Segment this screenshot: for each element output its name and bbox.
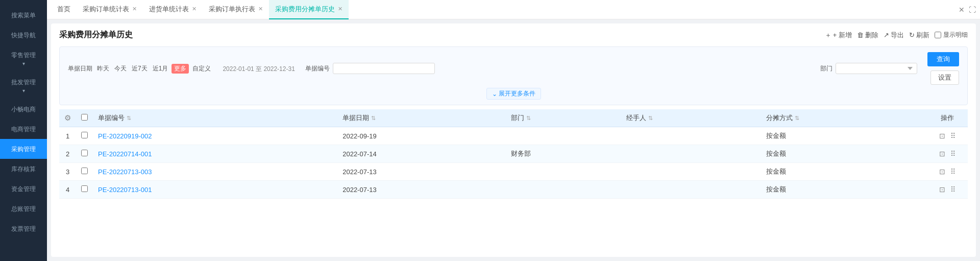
sidebar-item-purchase[interactable]: 采购管理 [0, 139, 47, 159]
row-split-method: 按金额 [761, 181, 927, 199]
row-date: 2022-09-19 [337, 127, 506, 145]
row-checkbox-cell [76, 127, 93, 145]
sidebar-item-general-ledger[interactable]: 总账管理 [0, 199, 47, 219]
shortcut-more[interactable]: 更多 [172, 64, 189, 74]
row-date: 2022-07-13 [337, 163, 506, 181]
page-title: 采购费用分摊单历史 [59, 30, 133, 40]
table-body: 1 PE-20220919-002 2022-09-19 按金额 ⊡ ⠿ 2 [59, 127, 968, 199]
sidebar-item-search[interactable]: 搜索菜单 [0, 5, 47, 25]
order-no-link[interactable]: PE-20220919-002 [98, 132, 152, 140]
sort-split-icon[interactable]: ⇅ [795, 115, 799, 122]
col-settings-header: ⚙ [59, 109, 76, 127]
col-date-header: 单据日期 ⇅ [337, 109, 506, 127]
more-icon[interactable]: ⠿ [949, 184, 957, 195]
col-ops-header: 操作 [927, 109, 968, 127]
tab-bar-expand-icon[interactable]: ⛶ [969, 6, 976, 14]
row-num: 4 [59, 181, 76, 199]
export-button[interactable]: ↗ 导出 [884, 31, 904, 40]
refresh-icon: ↻ [909, 31, 915, 39]
row-order-no: PE-20220713-003 [93, 163, 337, 181]
order-no-link[interactable]: PE-20220713-001 [98, 186, 152, 194]
order-no-input[interactable] [333, 63, 435, 74]
order-no-link[interactable]: PE-20220714-001 [98, 150, 152, 158]
tab-home[interactable]: 首页 [51, 0, 77, 19]
select-all-checkbox[interactable] [81, 114, 88, 121]
tab-purchase-cost-history[interactable]: 采购费用分摊单历史 ✕ [269, 0, 349, 19]
filter-row: 单据日期 昨天 今天 近7天 近1月 更多 自定义 2022-01-01 至 2… [68, 52, 959, 85]
shortcut-yesterday[interactable]: 昨天 [95, 64, 111, 74]
sidebar-item-quick-nav[interactable]: 快捷导航 [0, 25, 47, 45]
table-row: 3 PE-20220713-003 2022-07-13 按金额 ⊡ ⠿ [59, 163, 968, 181]
view-icon[interactable]: ⊡ [938, 167, 946, 177]
shortcut-today[interactable]: 今天 [113, 64, 128, 74]
row-ops: ⊡ ⠿ [927, 163, 968, 181]
row-checkbox[interactable] [81, 132, 88, 138]
sidebar-item-wholesale[interactable]: 批发管理 ▾ [0, 72, 47, 99]
col-handler-header: 经手人 ⇅ [621, 109, 762, 127]
dept-select[interactable]: 财务部 [836, 63, 917, 74]
row-dept [506, 181, 621, 199]
row-split-method: 按金额 [761, 127, 927, 145]
tab-bar-close-icon[interactable]: ✕ [959, 6, 965, 14]
tab-purchase-goods-stat[interactable]: 进货单统计表 ✕ [143, 0, 203, 19]
filter-area: 单据日期 昨天 今天 近7天 近1月 更多 自定义 2022-01-01 至 2… [59, 46, 968, 105]
row-checkbox-cell [76, 181, 93, 199]
sidebar-item-invoice[interactable]: 发票管理 [0, 219, 47, 239]
toolbar: ＋ + 新增 🗑 删除 ↗ 导出 ↻ 刷新 显示明细 [825, 31, 968, 40]
show-detail-checkbox[interactable] [935, 32, 941, 38]
order-no-link[interactable]: PE-20220713-003 [98, 168, 152, 176]
sidebar-item-mini-shop[interactable]: 小畅电商 [0, 99, 47, 119]
row-num: 2 [59, 145, 76, 163]
table-settings-icon[interactable]: ⚙ [64, 113, 71, 122]
shortcut-7days[interactable]: 近7天 [130, 64, 149, 74]
more-icon[interactable]: ⠿ [949, 149, 957, 159]
page-container: 采购费用分摊单历史 ＋ + 新增 🗑 删除 ↗ 导出 ↻ 刷新 [51, 23, 976, 257]
tab-close-purchase-order-exec[interactable]: ✕ [258, 6, 263, 12]
row-dept [506, 127, 621, 145]
add-button[interactable]: ＋ + 新增 [825, 31, 852, 40]
query-button[interactable]: 查询 [927, 52, 959, 66]
query-settings-group: 查询 设置 [927, 52, 959, 85]
table-row: 2 PE-20220714-001 2022-07-14 财务部 按金额 ⊡ ⠿ [59, 145, 968, 163]
row-order-no: PE-20220713-001 [93, 181, 337, 199]
row-checkbox[interactable] [81, 185, 88, 192]
more-icon[interactable]: ⠿ [949, 131, 957, 141]
row-handler [621, 163, 762, 181]
view-icon[interactable]: ⊡ [938, 184, 946, 195]
row-checkbox[interactable] [81, 150, 88, 156]
tab-purchase-order-exec[interactable]: 采购订单执行表 ✕ [203, 0, 269, 19]
sidebar-item-inventory[interactable]: 库存核算 [0, 159, 47, 179]
sort-handler-icon[interactable]: ⇅ [648, 115, 653, 122]
row-ops: ⊡ ⠿ [927, 181, 968, 199]
date-shortcuts: 昨天 今天 近7天 近1月 更多 自定义 [95, 64, 212, 74]
tab-purchase-order-stat[interactable]: 采购订单统计表 ✕ [77, 0, 143, 19]
expand-more-area: ⌄ 展开更多条件 [68, 88, 959, 100]
filter-dept-label: 部门 [820, 64, 832, 73]
shortcut-custom[interactable]: 自定义 [191, 64, 212, 74]
delete-button[interactable]: 🗑 删除 [857, 31, 878, 40]
row-checkbox[interactable] [81, 168, 88, 174]
sidebar-item-finance[interactable]: 资金管理 [0, 179, 47, 199]
tab-close-purchase-order-stat[interactable]: ✕ [132, 6, 137, 12]
sort-date-icon[interactable]: ⇅ [371, 115, 376, 122]
expand-more-button[interactable]: ⌄ 展开更多条件 [486, 88, 541, 100]
show-detail-checkbox-label[interactable]: 显示明细 [935, 31, 968, 39]
tab-close-purchase-goods-stat[interactable]: ✕ [192, 6, 197, 12]
filter-order-no-label: 单据编号 [305, 64, 330, 73]
sort-dept-icon[interactable]: ⇅ [526, 115, 531, 122]
tab-close-purchase-cost-history[interactable]: ✕ [338, 6, 342, 12]
filter-date-label: 单据日期 [68, 64, 92, 73]
shortcut-1month[interactable]: 近1月 [151, 64, 170, 74]
filter-date: 单据日期 昨天 今天 近7天 近1月 更多 自定义 [68, 64, 212, 74]
tab-bar: 首页 采购订单统计表 ✕ 进货单统计表 ✕ 采购订单执行表 ✕ 采购费用分摊单历… [47, 0, 980, 19]
view-icon[interactable]: ⊡ [938, 149, 946, 159]
view-icon[interactable]: ⊡ [938, 131, 946, 141]
more-icon[interactable]: ⠿ [949, 167, 957, 177]
sidebar-item-ecommerce[interactable]: 电商管理 [0, 119, 47, 139]
row-dept: 财务部 [506, 145, 621, 163]
refresh-button[interactable]: ↻ 刷新 [909, 31, 929, 40]
sidebar-item-retail[interactable]: 零售管理 ▾ [0, 45, 47, 72]
sort-order-no-icon[interactable]: ⇅ [127, 115, 131, 122]
settings-button[interactable]: 设置 [930, 70, 959, 85]
table-header-row: ⚙ 单据编号 ⇅ 单据日期 ⇅ [59, 109, 968, 127]
